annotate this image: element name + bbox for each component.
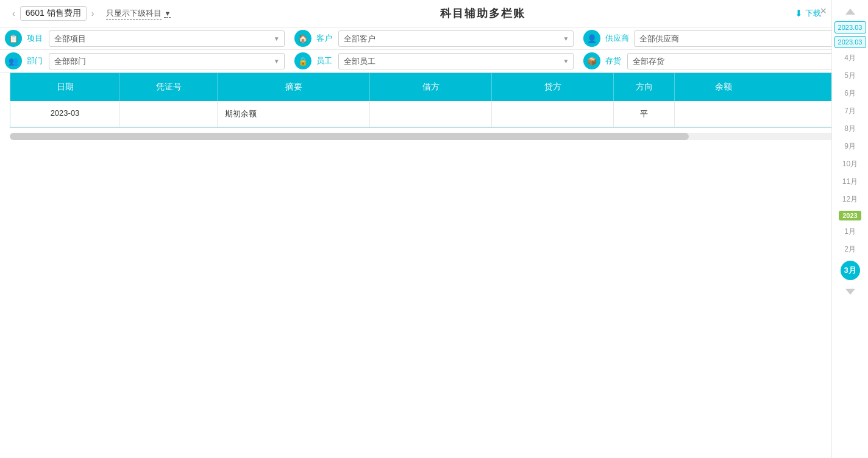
inventory-select[interactable]: 全部存货 [627,53,863,69]
timeline-month-6[interactable]: 6月 [832,85,868,102]
prev-account-button[interactable]: ‹ [10,7,18,19]
scrollbar-thumb [10,133,689,140]
col-date: 日期 [10,73,120,101]
table-area: 日期 凭证号 摘要 借方 贷方 方向 余额 2023-03 期初余额 平 [0,72,868,140]
employee-filter: 🔒 员工 全部员工 ▼ [290,50,579,72]
svg-marker-1 [845,289,855,295]
filter-row-1: 📋 项目 全部项目 ▼ 🏠 客户 全部客户 ▼ [0,27,868,50]
supplier-icon: 👤 [583,30,600,47]
cell-direction: 平 [614,101,675,127]
main-content: 日期 凭证号 摘要 借方 贷方 方向 余额 2023-03 期初余额 平 [0,72,868,140]
account-code-text: 6601 销售费用 [20,6,87,21]
timeline-month-12[interactable]: 12月 [832,191,868,208]
customer-select[interactable]: 全部客户 [338,30,574,47]
cell-credit [492,101,614,127]
department-select-wrapper: 全部部门 ▼ [49,53,285,69]
col-summary: 摘要 [218,73,370,101]
horizontal-scrollbar[interactable] [10,133,858,140]
inventory-filter: 📦 存货 全部存货 ▼ [578,50,868,72]
cell-voucher [120,101,218,127]
inventory-select-wrapper: 全部存货 ▼ [627,53,863,69]
timeline-month-1[interactable]: 1月 [832,223,868,241]
col-balance: 余额 [675,73,772,101]
timeline-month-11[interactable]: 11月 [832,173,868,191]
account-code-section: ‹ 6601 销售费用 › [10,6,96,21]
col-direction: 方向 [614,73,675,101]
show-sub-accounts[interactable]: 只显示下级科目 ▼ [106,8,171,19]
header-bar: ‹ 6601 销售费用 › 只显示下级科目 ▼ 科目辅助多栏账 ⬇ 下载 🖨 打… [0,0,868,27]
employee-label: 员工 [316,55,333,66]
timeline-month-10[interactable]: 10月 [832,155,868,173]
employee-icon: 🔒 [294,52,311,69]
filter-row-2: 👥 部门 全部部门 ▼ 🔒 员工 全部员工 ▼ [0,50,868,72]
timeline-month-3-active[interactable]: 3月 [841,261,860,280]
employee-select[interactable]: 全部员工 [338,53,574,69]
svg-marker-0 [845,9,855,15]
project-filter: 📋 项目 全部项目 ▼ [0,27,290,49]
timeline-item-selected-1[interactable]: 2023.03 [834,21,866,33]
department-label: 部门 [27,55,44,66]
col-voucher: 凭证号 [120,73,218,101]
next-account-button[interactable]: › [89,7,97,19]
col-credit: 贷方 [492,73,614,101]
ledger-table: 日期 凭证号 摘要 借方 贷方 方向 余额 2023-03 期初余额 平 [10,72,858,128]
department-icon: 👥 [5,52,22,69]
project-icon: 📋 [5,30,22,47]
customer-label: 客户 [316,33,333,44]
timeline-month-4[interactable]: 4月 [832,49,868,67]
inventory-icon: 📦 [583,52,600,69]
customer-icon: 🏠 [294,30,311,47]
download-icon: ⬇ [795,8,803,19]
timeline-month-5[interactable]: 5月 [832,67,868,85]
timeline-month-7[interactable]: 7月 [832,102,868,120]
cell-debit [370,101,492,127]
timeline-month-8[interactable]: 8月 [832,120,868,138]
show-sub-arrow: ▼ [164,10,171,18]
inventory-label: 存货 [605,55,622,66]
cell-summary: 期初余额 [218,101,370,127]
supplier-select-wrapper: 全部供应商 ▼ [634,30,863,47]
employee-select-wrapper: 全部员工 ▼ [338,53,574,69]
supplier-filter: 👤 供应商 全部供应商 ▼ [578,27,868,49]
project-select[interactable]: 全部项目 [49,30,285,47]
col-debit: 借方 [370,73,492,101]
cell-date: 2023-03 [10,101,120,127]
supplier-label: 供应商 [605,33,629,44]
download-button[interactable]: ⬇ 下载 [795,8,821,19]
table-header-row: 日期 凭证号 摘要 借方 贷方 方向 余额 [10,73,858,101]
timeline-up-button[interactable] [845,5,855,18]
main-window: × ‹ 6601 销售费用 › 只显示下级科目 ▼ 科目辅助多栏账 ⬇ 下载 🖨… [0,0,868,458]
timeline-item-selected-2[interactable]: 2023.03 [834,36,866,48]
table-row: 2023-03 期初余额 平 [10,101,858,127]
department-filter: 👥 部门 全部部门 ▼ [0,50,290,72]
supplier-select[interactable]: 全部供应商 [634,30,863,47]
cell-balance [675,101,772,127]
timeline-panel: 2023.03 2023.03 4月 5月 6月 7月 8月 9月 10月 11… [831,0,868,458]
department-select[interactable]: 全部部门 [49,53,285,69]
project-select-wrapper: 全部项目 ▼ [49,30,285,47]
page-title: 科目辅助多栏账 [171,6,795,21]
show-sub-label: 只显示下级科目 [106,8,162,19]
timeline-down-button[interactable] [845,285,855,298]
project-label: 项目 [27,33,44,44]
timeline-month-9[interactable]: 9月 [832,138,868,155]
timeline-year-badge: 2023 [839,211,861,220]
customer-filter: 🏠 客户 全部客户 ▼ [290,27,579,49]
close-button[interactable]: × [820,5,827,18]
timeline-month-2[interactable]: 2月 [832,241,868,258]
customer-select-wrapper: 全部客户 ▼ [338,30,574,47]
